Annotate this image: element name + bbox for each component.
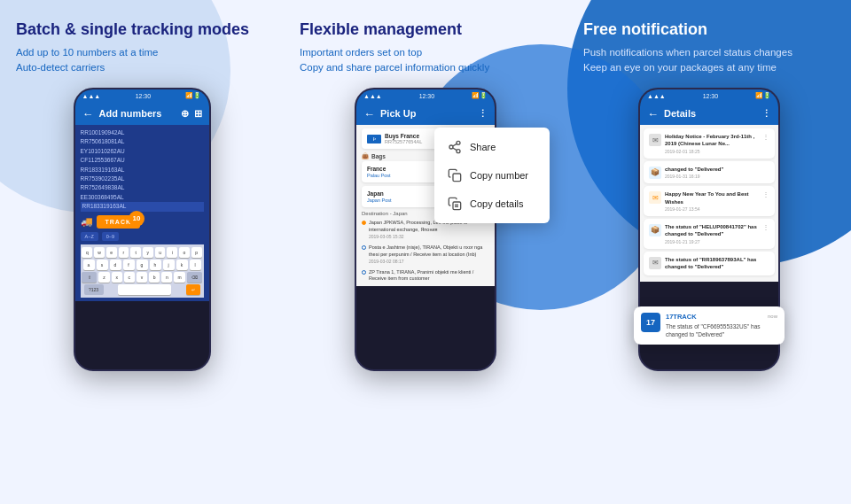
svg-rect-6 <box>453 202 461 210</box>
notif-dots-1[interactable]: ⋮ <box>762 133 769 141</box>
notif-title-2: changed to "Delivered" <box>665 166 769 173</box>
svg-point-1 <box>449 145 453 149</box>
key-f[interactable]: f <box>123 260 135 270</box>
notif-dots-4[interactable]: ⋮ <box>762 223 769 231</box>
notif-dots-3[interactable]: ⋮ <box>762 190 769 198</box>
key-z[interactable]: z <box>98 272 109 283</box>
key-shift[interactable]: ⇧ <box>82 272 97 283</box>
key-num[interactable]: ?123 <box>84 284 104 295</box>
push-notification: 17 17TRACK now The status of "CF66955533… <box>634 306 785 345</box>
key-delete[interactable]: ⌫ <box>187 272 202 283</box>
key-o[interactable]: o <box>179 247 190 258</box>
notif-5[interactable]: ✉ The status of "RR189637893AL" has chan… <box>644 252 775 275</box>
col-flexible-management: Flexible management Important orders set… <box>284 0 567 504</box>
carrier-france-name: France <box>367 166 386 172</box>
key-q[interactable]: q <box>82 247 92 258</box>
tl-time-1: 2019-03-05 15:32 <box>369 233 489 241</box>
col2-title: Flexible management <box>300 19 551 40</box>
track-badge: 10 <box>129 211 144 227</box>
phone1-track-row: 🚚 TRACK 10 <box>81 215 204 229</box>
notif-icon-1: ✉ <box>649 134 661 146</box>
key-y[interactable]: y <box>143 247 153 258</box>
back-arrow-icon[interactable]: ← <box>82 107 94 120</box>
timeline: Japan JPKWSA, Processing, Left the place… <box>362 220 489 283</box>
phone1-icon2[interactable]: ⊞ <box>194 108 202 120</box>
tl-dot-2 <box>362 245 366 250</box>
svg-point-0 <box>457 141 460 144</box>
key-m[interactable]: m <box>174 272 184 283</box>
col2-text: Flexible management Important orders set… <box>300 19 551 75</box>
key-l[interactable]: l <box>190 260 201 270</box>
context-share[interactable]: Share <box>434 133 550 161</box>
sort-az-button[interactable]: A~Z <box>81 232 98 241</box>
kb-bottom-row: ?123 ↵ <box>82 284 202 295</box>
carrier-japan-name: Japan <box>367 190 384 197</box>
notif-1[interactable]: ✉ Holiday Notice - February 3rd-11th , 2… <box>644 128 775 159</box>
phone2-menu-icon[interactable]: ⋮ <box>478 108 488 120</box>
phone3-menu-icon[interactable]: ⋮ <box>761 108 771 120</box>
phone1-status: ▲▲▲ 12:30 📶🔋 <box>75 89 209 102</box>
key-d[interactable]: d <box>110 260 121 270</box>
key-r[interactable]: r <box>119 247 129 258</box>
key-space[interactable] <box>118 284 171 295</box>
phone3-status: ▲▲▲ 12:30 📶🔋 <box>640 89 778 102</box>
col3-text: Free notification Push notifications whe… <box>583 19 835 75</box>
key-n[interactable]: n <box>161 272 172 283</box>
key-j[interactable]: j <box>163 260 175 270</box>
key-enter[interactable]: ↵ <box>186 284 200 295</box>
key-t[interactable]: t <box>130 247 141 258</box>
key-x[interactable]: x <box>112 272 122 283</box>
key-h[interactable]: h <box>150 260 161 270</box>
phone1-sortbar: A~Z 0~9 <box>81 232 204 241</box>
key-w[interactable]: w <box>94 247 105 258</box>
tl-time-2: 2019-03-02 08:17 <box>369 258 489 266</box>
notif-time-4: 2019-01-21 19:27 <box>665 239 757 244</box>
back-arrow-icon2[interactable]: ← <box>363 107 375 120</box>
back-arrow-icon3[interactable]: ← <box>647 107 659 120</box>
key-p[interactable]: p <box>191 247 202 258</box>
key-b[interactable]: b <box>149 272 160 283</box>
sort-num-button[interactable]: 0~9 <box>102 232 119 241</box>
kb-row1: q w e r t y u i o p <box>82 247 202 258</box>
notif-time-1: 2019-02-01 18:25 <box>665 149 757 154</box>
truck-icon: 🚚 <box>81 216 93 228</box>
parcel-flag: 🏳 <box>367 135 381 143</box>
svg-point-2 <box>457 150 460 153</box>
key-k[interactable]: k <box>176 260 188 270</box>
bag-icon: 👜 <box>362 152 369 159</box>
notif-title-5: The status of "RR189637893AL" has change… <box>665 256 769 271</box>
key-c[interactable]: c <box>124 272 135 283</box>
key-u[interactable]: u <box>155 247 166 258</box>
share-icon <box>447 139 463 155</box>
phone1-icon1[interactable]: ⊕ <box>181 108 189 120</box>
push-notif-logo: 17 <box>641 313 660 332</box>
context-copy-details[interactable]: Copy details <box>434 190 550 218</box>
push-notif-brand: 17TRACK <box>666 313 697 321</box>
key-v[interactable]: v <box>137 272 147 283</box>
notif-time-2: 2019-01-31 16:19 <box>665 174 769 179</box>
phone1-numbers: RR100190942AL RR750618081AL EY101010262A… <box>81 128 204 212</box>
context-copy-number[interactable]: Copy number <box>434 161 550 190</box>
notif-icon-2: 📦 <box>649 167 661 179</box>
svg-line-3 <box>453 148 457 151</box>
context-menu: Share Copy number Copy details <box>434 128 550 223</box>
key-a[interactable]: a <box>83 260 95 270</box>
notif-4[interactable]: 📦 The status of "HELUP00841702" has chan… <box>644 219 775 249</box>
key-i[interactable]: i <box>167 247 177 258</box>
timeline-item-2: Posta e Jashtme (nisje), TIRANA, Objekti… <box>362 244 489 266</box>
key-e[interactable]: e <box>106 247 117 258</box>
tl-text-2: Posta e Jashtme (nisje), TIRANA, Objekti… <box>369 244 489 258</box>
copy-number-icon <box>447 167 463 183</box>
kb-row2: a s d f g h j k l <box>82 260 202 270</box>
col2-desc-line1: Important orders set on top <box>300 45 551 60</box>
notif-2[interactable]: 📦 changed to "Delivered" 2019-01-31 16:1… <box>644 161 775 183</box>
notif-3[interactable]: ✉ Happy New Year To You and Best Wishes … <box>644 186 775 216</box>
phone1-header: ← Add numbers ⊕ ⊞ <box>75 102 209 125</box>
push-notif-body: The status of "CF669555332US" has change… <box>666 322 777 338</box>
key-g[interactable]: g <box>137 260 148 270</box>
key-s[interactable]: s <box>97 260 108 270</box>
tl-dot-3 <box>362 270 366 275</box>
notif-title-4: The status of "HELUP00841702" has change… <box>665 223 757 238</box>
notif-title-3: Happy New Year To You and Best Wishes <box>665 190 757 205</box>
phone1: ▲▲▲ 12:30 📶🔋 ← Add numbers ⊕ ⊞ RR1001909… <box>74 88 211 371</box>
